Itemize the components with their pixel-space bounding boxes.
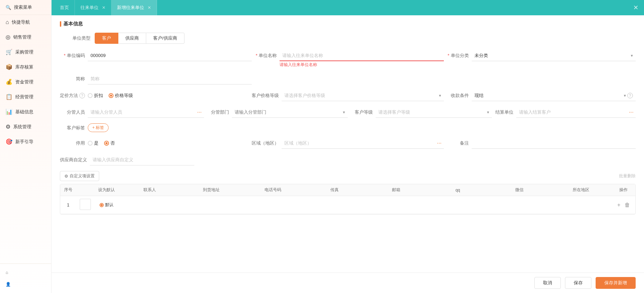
unit-type-customer-button[interactable]: 客户 [95, 33, 118, 44]
row-default-cell: 默认 [94, 196, 119, 214]
pricing-discount-label: 折扣 [94, 92, 103, 99]
sidebar-icon-system: ⚙ [6, 123, 10, 130]
department-select[interactable]: ▾ [232, 107, 348, 118]
sidebar-item-purchase[interactable]: 🛒采购管理 [0, 44, 51, 59]
form-row-1: 单位编码 单位名称 请输入往来单位名称 单位分类 未分类 ▾ [60, 50, 636, 68]
settlement-unit-label: 结算单位 [492, 109, 516, 115]
tab-close-partners[interactable]: ✕ [102, 5, 105, 10]
supplier-custom-input[interactable] [90, 154, 194, 165]
row-wechat[interactable] [489, 196, 550, 214]
sidebar-item-operations[interactable]: 📋经营管理 [0, 89, 51, 104]
manager-input[interactable] [88, 109, 195, 115]
sidebar-item-system[interactable]: ⚙系统管理 [0, 119, 51, 134]
row-fax-input[interactable] [307, 203, 362, 207]
user-bottom-icon: 👤 [6, 282, 11, 287]
custom-settings-button[interactable]: ⚙ 自定义项设置 [60, 171, 99, 181]
row-checkbox[interactable] [80, 199, 91, 210]
row-qq-input[interactable] [431, 203, 485, 207]
unit-name-input[interactable] [280, 50, 443, 61]
customer-level-select[interactable]: 请选择客户等级 ▾ [376, 107, 492, 118]
sidebar-label-system: 系统管理 [13, 124, 31, 130]
manager-input-wrap: ··· [88, 107, 204, 118]
unit-type-supplier-button[interactable]: 供应商 [118, 33, 146, 44]
row-phone-input[interactable] [246, 203, 300, 207]
tab-close-new-partner[interactable]: ✕ [148, 5, 151, 10]
col-address: 到货地址 [181, 184, 242, 196]
tab-new-partner[interactable]: 新增往来单位✕ [111, 0, 157, 15]
sidebar-item-inventory[interactable]: 📦库存核算 [0, 59, 51, 74]
row-contact[interactable] [119, 196, 181, 214]
row-delete-button[interactable]: 🗑 [623, 202, 631, 208]
row-add-button[interactable]: + [616, 202, 622, 208]
sidebar-item-finance[interactable]: 💰资金管理 [0, 74, 51, 89]
row-qq[interactable] [427, 196, 489, 214]
pricing-level-radio-circle [109, 93, 113, 98]
manager-more-button[interactable]: ··· [195, 109, 204, 115]
row-address[interactable] [181, 196, 242, 214]
form-row-4: 分管人员 ··· 分管部门 ▾ 客户等级 请选择客户等级 ▾ [60, 107, 636, 118]
home-bottom-icon: ⌂ [6, 270, 8, 275]
payment-terms-select[interactable]: 现结 ▾ ? [472, 90, 636, 101]
disabled-yes-radio[interactable]: 是 [88, 140, 99, 146]
search-menu-item[interactable]: 🔍 搜索菜单 [0, 0, 51, 15]
close-all-tabs-button[interactable]: ✕ [630, 4, 641, 11]
row-location-input[interactable] [554, 203, 608, 207]
settlement-unit-input-wrap: ··· [516, 107, 636, 118]
tag-add-button[interactable]: + 标签 [88, 123, 109, 132]
settlement-unit-input[interactable] [516, 109, 627, 115]
pricing-method-field: 定价方法 ? 折扣 价格等级 [60, 92, 252, 99]
row-fax[interactable] [304, 196, 366, 214]
row-address-input[interactable] [184, 203, 239, 207]
row-email[interactable] [366, 196, 427, 214]
unit-code-input[interactable] [88, 50, 252, 61]
region-more-button[interactable]: ··· [435, 140, 443, 146]
cancel-button[interactable]: 取消 [534, 277, 561, 289]
unit-type-row: 单位类型 客户 供应商 客户/供应商 [60, 33, 636, 44]
sidebar-item-guide[interactable]: 🎯新手引导 [0, 134, 51, 149]
home-bottom-btn[interactable]: ⌂ [0, 267, 51, 278]
batch-delete-button[interactable]: 批量删除 [619, 173, 636, 179]
row-contact-input[interactable] [123, 203, 177, 207]
unit-category-value: 未分类 [474, 52, 631, 59]
tab-partners[interactable]: 往来单位✕ [75, 0, 111, 15]
settlement-unit-more-button[interactable]: ··· [627, 109, 636, 115]
region-input[interactable] [282, 140, 435, 146]
row-wechat-input[interactable] [492, 203, 547, 207]
tab-home[interactable]: 首页 [54, 0, 75, 15]
pricing-level-radio[interactable]: 价格等级 [109, 92, 133, 99]
save-new-button[interactable]: 保存并新增 [596, 277, 636, 289]
sidebar-label-operations: 经营管理 [15, 94, 33, 100]
payment-terms-value: 现结 [474, 92, 624, 99]
save-button[interactable]: 保存 [565, 277, 591, 289]
abbreviation-input[interactable] [88, 73, 252, 84]
contacts-table-header: 序号 设为默认 联系人 到货地址 电话号码 传真 邮箱 qq 微信 所在地区 操… [60, 184, 635, 196]
customer-price-level-select[interactable]: 请选择客户价格等级 ▾ [282, 90, 443, 101]
sidebar-item-sales[interactable]: ◎销售管理 [0, 30, 51, 44]
unit-category-select[interactable]: 未分类 ▾ [472, 50, 636, 61]
sidebar-icon-operations: 📋 [6, 93, 13, 100]
pricing-level-label: 价格等级 [115, 92, 133, 99]
department-input[interactable] [235, 109, 343, 115]
row-email-input[interactable] [369, 203, 424, 207]
pricing-method-help-icon[interactable]: ? [79, 93, 85, 98]
row-checkbox-cell[interactable] [76, 196, 94, 214]
remarks-input[interactable] [472, 138, 636, 149]
form-row-3: 定价方法 ? 折扣 价格等级 客户价格等级 请选择客户价 [60, 90, 636, 101]
row-location[interactable] [550, 196, 612, 214]
department-label: 分管部门 [204, 109, 232, 115]
abbreviation-field: 简称 [60, 73, 252, 84]
pricing-discount-radio[interactable]: 折扣 [88, 92, 103, 99]
user-bottom-btn[interactable]: 👤 [0, 278, 51, 290]
disabled-no-radio[interactable]: 否 [104, 140, 115, 146]
sidebar-item-quick-nav[interactable]: ⌂快捷导航 [0, 15, 51, 30]
customer-level-field: 客户等级 请选择客户等级 ▾ [348, 107, 492, 118]
remarks-field: 备注 [444, 138, 636, 149]
unit-type-both-button[interactable]: 客户/供应商 [146, 33, 184, 44]
row-default-radio[interactable]: 默认 [98, 202, 116, 208]
payment-terms-help-icon[interactable]: ? [627, 93, 633, 98]
disabled-yes-radio-circle [88, 141, 93, 146]
disabled-field: 停用 是 否 [60, 140, 252, 146]
custom-settings-label: 自定义项设置 [70, 173, 95, 179]
row-phone[interactable] [242, 196, 304, 214]
sidebar-item-basic-info[interactable]: 📊基础信息 [0, 104, 51, 119]
